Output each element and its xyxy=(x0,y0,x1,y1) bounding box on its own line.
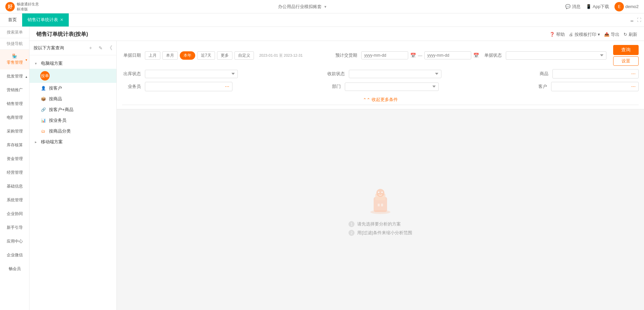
svg-rect-6 xyxy=(378,204,380,206)
sidebar-item-quicknav[interactable]: 快捷导航 xyxy=(0,38,29,50)
customer-input[interactable] xyxy=(554,84,631,89)
tree-item-by-customer[interactable]: 👤 按客户 xyxy=(30,83,116,94)
topbar-left: 好 畅捷通好生意 标准版 xyxy=(5,2,39,11)
app-download-btn[interactable]: 📱 App下载 xyxy=(586,4,609,10)
date-label: 单据日期 xyxy=(122,52,141,58)
date-btn-custom[interactable]: 自定义 xyxy=(234,51,254,60)
left-panel-header: 按以下方案查询 ＋ ✎ 《 xyxy=(30,41,116,55)
sidebar-item-basic[interactable]: 基础信息 xyxy=(0,179,29,193)
goods-ellipsis-btn[interactable]: ··· xyxy=(631,71,636,77)
tree-item-by-single[interactable]: 按单 xyxy=(30,69,116,83)
tabbar: 首页 销售订单统计表 ✕ 🗕 ⛶ xyxy=(0,13,644,27)
date-range-display: 2023-01-01 至 2023-12-31 xyxy=(259,53,303,58)
doc-status-select[interactable] xyxy=(506,51,606,60)
customer-ellipsis-btn[interactable]: ··· xyxy=(631,84,636,90)
export-btn[interactable]: 📤 导出 xyxy=(604,32,620,38)
salesperson-input-wrapper: ··· xyxy=(145,82,232,91)
customer-input-wrapper: ··· xyxy=(551,82,639,91)
left-panel-actions: ＋ ✎ 《 xyxy=(87,44,112,52)
department-select[interactable] xyxy=(345,83,439,91)
date-btn-last-month[interactable]: 上月 xyxy=(145,51,160,60)
combo-icon: 🔗 xyxy=(40,107,46,113)
tree-item-by-salesperson[interactable]: 📊 按业务员 xyxy=(30,115,116,126)
expected-date-end-input[interactable] xyxy=(424,51,471,59)
sidebar-item-marketing[interactable]: 营销推广 xyxy=(0,83,29,97)
sidebar-item-enterprise[interactable]: 企业协同 xyxy=(0,207,29,221)
svg-point-4 xyxy=(378,192,379,193)
tab-sales-stat[interactable]: 销售订单统计表 ✕ xyxy=(22,13,69,27)
message-btn[interactable]: 💬 消息 xyxy=(565,4,581,10)
sidebar-item-appcenter[interactable]: 应用中心 xyxy=(0,235,29,248)
add-plan-btn[interactable]: ＋ xyxy=(87,44,94,52)
content-area: 销售订单统计表(按单) ❓ 帮助 🖨 按模板打印 ▾ 📤 导出 ↻ 刷新 xyxy=(30,27,644,310)
page-actions: ❓ 帮助 🖨 按模板打印 ▾ 📤 导出 ↻ 刷新 xyxy=(549,32,637,38)
sidebar-item-search[interactable]: 搜索菜单 xyxy=(0,27,29,38)
sidebar-item-finance[interactable]: 资金管理 xyxy=(0,152,29,166)
collapse-more-btn[interactable]: ⌃⌃ 收起更多条件 xyxy=(363,97,398,103)
sidebar-item-purchase[interactable]: 采购管理 xyxy=(0,124,29,138)
avatar: E xyxy=(614,2,624,11)
sidebar-item-ecommerce[interactable]: 电商管理 xyxy=(0,111,29,124)
left-panel: 按以下方案查询 ＋ ✎ 《 ▾ 电脑端方案 按单 xyxy=(30,41,117,310)
edit-plan-btn[interactable]: ✎ xyxy=(97,44,104,52)
sidebar-item-retail[interactable]: 🏪 零售管理 ▾ xyxy=(0,50,29,69)
help-btn[interactable]: ❓ 帮助 xyxy=(549,32,565,38)
calendar-start-icon[interactable]: 📅 xyxy=(410,53,416,58)
message-icon: 💬 xyxy=(565,4,571,9)
company-dropdown-icon[interactable]: ▾ xyxy=(324,4,326,9)
hint-num-2: 2 xyxy=(348,230,355,236)
user-menu[interactable]: E demo2 xyxy=(614,2,639,11)
query-button[interactable]: 查询 xyxy=(613,45,639,55)
mobile-group-label: 移动端方案 xyxy=(41,139,63,145)
tree-group-pc[interactable]: ▾ 电脑端方案 xyxy=(30,58,116,69)
maximize-icon[interactable]: ⛶ xyxy=(637,17,641,22)
sidebar-item-sales-mgmt[interactable]: 销售管理 xyxy=(0,97,29,111)
sidebar-item-member[interactable]: 畅会员 xyxy=(0,262,29,276)
tree-item-by-goods-category[interactable]: 🗂 按商品分类 xyxy=(30,126,116,137)
tree-item-by-goods[interactable]: 📦 按商品 xyxy=(30,94,116,104)
salesperson-input[interactable] xyxy=(148,84,225,89)
print-btn[interactable]: 🖨 按模板打印 ▾ xyxy=(569,32,600,38)
logo-icon: 好 xyxy=(5,2,15,11)
empty-illustration xyxy=(364,184,397,217)
pc-group-label: 电脑端方案 xyxy=(41,60,63,66)
delivery-status-select[interactable] xyxy=(145,70,238,78)
tree-group-mobile[interactable]: ▸ 移动端方案 xyxy=(30,137,116,147)
date-btn-this-year[interactable]: 本年 xyxy=(180,51,195,60)
table-icon: 🗂 xyxy=(40,128,46,134)
svg-rect-7 xyxy=(381,204,383,206)
filter-row-2: 出库状态 收款状态 商品 ··· xyxy=(122,69,639,79)
expected-date-start-input[interactable] xyxy=(361,51,408,59)
minimize-icon[interactable]: 🗕 xyxy=(630,17,634,22)
sidebar-item-system[interactable]: 系统管理 xyxy=(0,193,29,207)
collapse-up-icon: ⌃⌃ xyxy=(363,97,370,102)
goods-label: 商品 xyxy=(530,71,548,77)
sidebar-item-newuser[interactable]: 新手引导 xyxy=(0,221,29,235)
date-btn-more[interactable]: 更多 xyxy=(217,51,232,60)
sidebar-item-operations[interactable]: 经营管理 xyxy=(0,166,29,179)
empty-state: 1 请先选择要分析的方案 2 用[过滤]条件来缩小分析范围 xyxy=(117,109,644,310)
right-panel: 单据日期 上月 本月 本年 近7天 更多 自定义 2023-01-01 至 20… xyxy=(117,41,644,310)
payment-status-select[interactable] xyxy=(349,70,442,78)
empty-hints: 1 请先选择要分析的方案 2 用[过滤]条件来缩小分析范围 xyxy=(348,221,412,236)
person-icon: 👤 xyxy=(40,85,46,91)
goods-icon: 📦 xyxy=(40,96,46,102)
settings-button[interactable]: 设置 xyxy=(613,56,639,66)
goods-input[interactable] xyxy=(555,71,631,76)
sidebar-item-inventory[interactable]: 库存核算 xyxy=(0,138,29,152)
tab-close-icon[interactable]: ✕ xyxy=(60,17,63,22)
tab-home[interactable]: 首页 xyxy=(3,13,22,27)
delivery-status-label: 出库状态 xyxy=(122,71,141,77)
sidebar-item-wholesale[interactable]: 批发管理 ▴ xyxy=(0,69,29,83)
date-btn-this-month[interactable]: 本月 xyxy=(162,51,178,60)
date-btn-7days[interactable]: 近7天 xyxy=(197,51,215,60)
collapse-panel-btn[interactable]: 《 xyxy=(107,45,112,52)
salesperson-ellipsis-btn[interactable]: ··· xyxy=(225,84,229,90)
sidebar-item-wechat[interactable]: 企业微信 xyxy=(0,248,29,262)
wholesale-arrow: ▴ xyxy=(25,74,27,78)
calendar-end-icon[interactable]: 📅 xyxy=(473,53,479,58)
refresh-btn[interactable]: ↻ 刷新 xyxy=(624,32,637,38)
tree-item-by-customer-goods[interactable]: 🔗 按客户+商品 xyxy=(30,104,116,115)
doc-status-label: 单据状态 xyxy=(483,52,502,58)
company-selector[interactable]: 办公用品行业模拟账套 ▾ xyxy=(278,4,326,10)
